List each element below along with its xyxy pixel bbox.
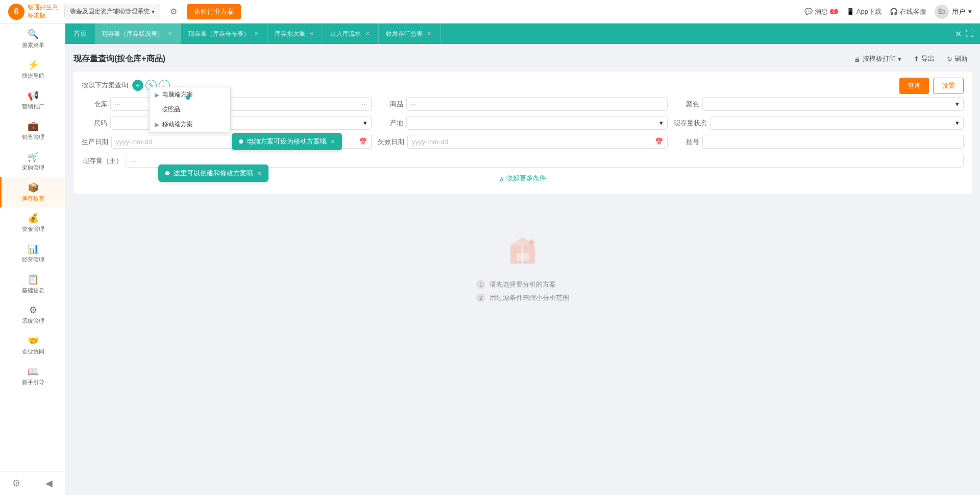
tooltip-scheme-switch: 电脑方案可设为移动方案哦 × (232, 133, 342, 150)
select-more-icon: ··· (361, 100, 367, 108)
tab-close-4[interactable]: × (426, 30, 433, 37)
sidebar-label-10: 企业协同 (22, 348, 44, 356)
batch-input[interactable] (702, 135, 964, 149)
tree-arrow2-icon: ▶ (155, 121, 159, 128)
scheme-tree-mobile[interactable]: ▶ 移动端方案 (150, 117, 230, 132)
sidebar-label-4: 采购管理 (22, 164, 44, 172)
sidebar-label-5: 库存核算 (22, 195, 44, 202)
sidebar-icon-6: 💰 (28, 213, 39, 224)
settings-form-button[interactable]: 设置 (933, 78, 964, 94)
size-chevron-icon: ▾ (363, 119, 367, 127)
sidebar-label-11: 新手引导 (22, 379, 44, 386)
page-title: 现存量查询(按仓库+商品) (74, 54, 165, 64)
tab-0[interactable]: 现存量（库存状况表） × (95, 23, 181, 44)
sidebar-collapse-button[interactable]: ◀ (41, 476, 57, 491)
tooltip-dot-icon (239, 139, 243, 144)
sidebar-icon-4: 🛒 (28, 151, 39, 162)
sidebar-settings-button[interactable]: ⚙ (8, 476, 24, 491)
calendar-icon: 📅 (359, 138, 367, 146)
print-button[interactable]: 🖨 按模板打印 ▾ (850, 52, 905, 65)
refresh-button[interactable]: ↻ 刷新 (943, 52, 972, 65)
headset-icon: 🎧 (890, 8, 898, 15)
sidebar-icon-3: 💼 (28, 121, 39, 132)
tab-fullscreen-button[interactable]: ⛶ (966, 29, 974, 38)
empty-tips: 1 请先选择要分析的方案 2 用过滤条件来缩小分析范围 (476, 280, 569, 302)
sidebar-icon-5: 📦 (28, 182, 39, 193)
refresh-icon: ↻ (947, 55, 952, 63)
tab-label-4: 收发存汇总表 (386, 30, 423, 38)
export-icon: ⬆ (914, 55, 919, 63)
tab-4[interactable]: 收发存汇总表 × (379, 23, 440, 44)
color-chevron-icon: ▾ (955, 100, 959, 108)
tab-2[interactable]: 库存批次账 × (267, 23, 323, 44)
filter-stock-status: 现存量状态 ▾ (674, 116, 964, 130)
sidebar-item-系统管理[interactable]: ⚙ 系统管理 (0, 299, 65, 330)
tree-arrow-icon: ▶ (155, 91, 159, 99)
goods-select[interactable]: ··· (406, 97, 668, 111)
sidebar-label-0: 搜索菜单 (22, 41, 44, 49)
tab-close-all-button[interactable]: ✕ (955, 29, 962, 39)
message-button[interactable]: 💬 消息 6 (804, 7, 838, 16)
tab-1[interactable]: 现存量（库存分布表） × (181, 23, 267, 44)
sidebar-item-库存核算[interactable]: 📦 库存核算 (0, 177, 65, 207)
user-chevron-icon: ▾ (968, 8, 972, 15)
origin-select[interactable]: ▾ (406, 116, 668, 130)
chevron-up-icon: ∧ (499, 175, 504, 182)
scheme-tree-product[interactable]: 按照品 (150, 102, 230, 117)
filter-card: 按以下方案查询 + ✎ ← ··· 仓库 ··· (74, 72, 972, 194)
sidebar-item-采购管理[interactable]: 🛒 采购管理 (0, 146, 65, 177)
filter-color: 颜色 ▾ (674, 97, 964, 111)
sidebar-item-经营管理[interactable]: 📊 经营管理 (0, 238, 65, 269)
scheme-tree-desktop[interactable]: ▶ 电脑端方案 (150, 87, 230, 102)
tab-close-0[interactable]: × (166, 30, 174, 37)
sidebar-item-企业协同[interactable]: 🤝 企业协同 (0, 330, 65, 361)
tooltip1-close-button[interactable]: × (331, 137, 335, 146)
empty-tip-2: 2 用过滤条件来缩小分析范围 (476, 293, 569, 302)
header-settings-button[interactable]: ⚙ (166, 5, 181, 19)
tooltip-create-scheme: 这里可以创建和修改方案哦 × (158, 164, 268, 182)
online-support-button[interactable]: 🎧 在线客服 (890, 7, 926, 16)
sidebar-icon-9: ⚙ (29, 304, 37, 316)
phone-icon: 📱 (846, 8, 854, 15)
tab-3[interactable]: 出入库流水 × (323, 23, 379, 44)
sidebar-icon-10: 🤝 (28, 335, 39, 346)
sidebar-item-营销推广[interactable]: 📢 营销推广 (0, 85, 65, 115)
expire-date-input[interactable]: yyyy-mm-dd 📅 (407, 135, 668, 149)
add-scheme-button[interactable]: + (132, 80, 143, 91)
origin-chevron-icon: ▾ (659, 119, 663, 127)
export-button[interactable]: ⬆ 导出 (910, 52, 939, 65)
filter-batch: 批号 (674, 135, 964, 149)
sidebar-label-7: 经营管理 (22, 256, 44, 264)
svg-rect-3 (517, 253, 529, 261)
stock-status-chevron-icon: ▾ (955, 119, 959, 127)
sidebar-item-新手引导[interactable]: 📖 新手引导 (0, 361, 65, 391)
user-menu[interactable]: Ea 用户 ▾ (935, 5, 972, 19)
print-chevron-icon: ▾ (898, 55, 901, 63)
app-logo-icon: 6 (8, 4, 24, 20)
sidebar-item-销售管理[interactable]: 💼 销售管理 (0, 115, 65, 146)
tab-close-1[interactable]: × (253, 30, 260, 37)
sidebar-label-6: 资金管理 (22, 225, 44, 233)
sidebar-item-搜索菜单[interactable]: 🔍 搜索菜单 (0, 23, 65, 54)
system-selector[interactable]: 装备及固定资产辅助管理系统 ▾ (64, 5, 160, 18)
app-download-button[interactable]: 📱 App下载 (846, 7, 881, 16)
tab-close-3[interactable]: × (364, 30, 371, 37)
color-select[interactable]: ▾ (702, 97, 964, 111)
sidebar-icon-0: 🔍 (28, 29, 39, 40)
chevron-down-icon: ▾ (152, 8, 155, 15)
tab-label-1: 现存量（库存分布表） (188, 30, 250, 38)
filter-label: 按以下方案查询 (82, 81, 128, 90)
tab-home[interactable]: 首页 (65, 23, 95, 44)
sidebar-item-资金管理[interactable]: 💰 资金管理 (0, 207, 65, 238)
sidebar-item-快捷导航[interactable]: ⚡ 快捷导航 (0, 54, 65, 85)
print-icon: 🖨 (854, 55, 861, 63)
stock-status-select[interactable]: ▾ (710, 116, 964, 130)
trial-button[interactable]: 体验行业方案 (187, 4, 241, 19)
sidebar-icon-1: ⚡ (28, 59, 39, 70)
tab-close-2[interactable]: × (308, 30, 315, 37)
filter-goods: 商品 ··· (378, 97, 668, 111)
sidebar-item-基础信息[interactable]: 📋 基础信息 (0, 269, 65, 299)
query-button[interactable]: 查询 (899, 78, 929, 94)
sidebar-icon-7: 📊 (28, 243, 39, 254)
tooltip2-close-button[interactable]: × (257, 169, 261, 177)
